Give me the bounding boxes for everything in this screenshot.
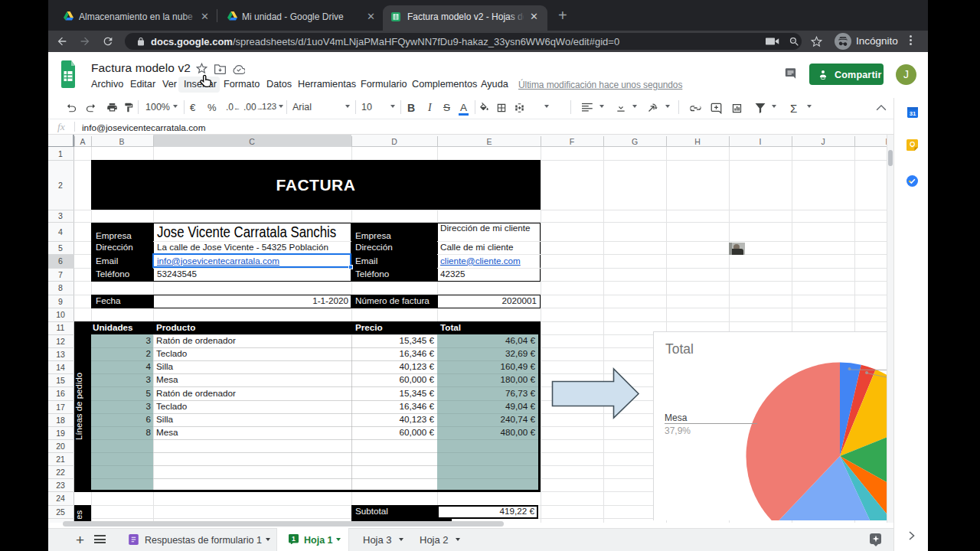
svg-text:Mesa: Mesa: [665, 412, 688, 423]
svg-text:31: 31: [910, 110, 916, 117]
svg-text:Total: Total: [665, 341, 694, 357]
svg-text:1: 1: [292, 535, 296, 543]
svg-text:37,9%: 37,9%: [665, 425, 691, 436]
